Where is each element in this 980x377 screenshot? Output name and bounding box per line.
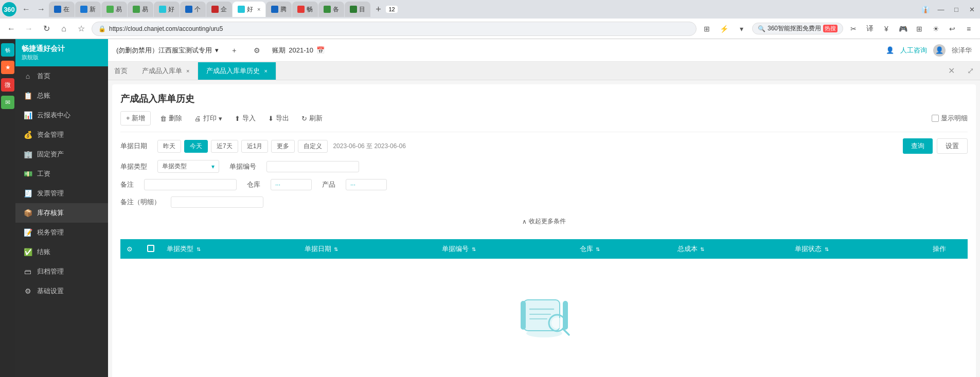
sub-tab-list-close-icon[interactable]: × xyxy=(186,68,189,74)
col-cost[interactable]: 总成本 ⇅ xyxy=(671,239,789,259)
sidebar-item-payroll[interactable]: 💵 工资 xyxy=(15,164,108,184)
date-btn-more[interactable]: 更多 xyxy=(271,140,295,153)
select-all-checkbox[interactable] xyxy=(147,245,154,252)
company-settings-button[interactable]: ⚙ xyxy=(250,43,264,58)
date-btn-week[interactable]: 近7天 xyxy=(211,140,238,153)
sidebar-item-ledger[interactable]: 📋 总账 xyxy=(15,86,108,105)
scissors-icon[interactable]: ✂ xyxy=(846,22,861,36)
forward-nav-button[interactable]: → xyxy=(22,22,36,36)
company-selector[interactable]: (勿删勿禁用）江西服宝测试专用 ▾ xyxy=(116,46,219,55)
product-filter-select[interactable]: ··· xyxy=(346,179,387,190)
refresh-button[interactable]: ↻ 刷新 xyxy=(298,112,326,125)
sub-tab-history[interactable]: 产成品入库单历史 × xyxy=(198,62,276,80)
close-button[interactable]: ✕ xyxy=(966,3,978,15)
type-filter-select[interactable]: 单据类型 ▾ xyxy=(157,160,219,173)
back-button[interactable]: ← xyxy=(19,2,33,16)
tab-yi2[interactable]: 易 xyxy=(128,2,153,17)
tab-hao1[interactable]: 好 xyxy=(154,2,180,17)
date-btn-yesterday[interactable]: 昨天 xyxy=(157,140,181,153)
url-bar[interactable]: 🔒 https://cloud.chanjet.com/accounting/u… xyxy=(92,22,697,36)
tab-ge2[interactable]: 各 xyxy=(318,2,344,17)
col-warehouse[interactable]: 仓库 ⇅ xyxy=(574,239,671,259)
sidebar-item-fixed[interactable]: 🏢 固定资产 xyxy=(15,145,108,164)
date-btn-month[interactable]: 近1月 xyxy=(241,140,269,153)
sidebar-item-invoice[interactable]: 🧾 发票管理 xyxy=(15,184,108,203)
warehouse-filter-select[interactable]: ··· xyxy=(271,179,312,190)
tab-mu[interactable]: 目 xyxy=(345,2,370,17)
note-filter-input[interactable] xyxy=(144,179,237,190)
app-icon-orange[interactable]: ★ xyxy=(1,61,14,74)
tab-zaizhi[interactable]: 在 xyxy=(49,2,75,17)
col-type[interactable]: 单据类型 ⇅ xyxy=(161,239,298,259)
export-button[interactable]: ⬇ 导出 xyxy=(265,112,292,125)
col-date[interactable]: 单据日期 ⇅ xyxy=(298,239,436,259)
more-icon[interactable]: ≡ xyxy=(961,22,976,36)
tab-teng[interactable]: 腾 xyxy=(266,2,292,17)
col-status[interactable]: 单据状态 ⇅ xyxy=(789,239,926,259)
sidebar-item-funds[interactable]: 💰 资金管理 xyxy=(15,125,108,145)
app-icon-weibo[interactable]: 微 xyxy=(1,78,14,92)
sub-tab-list[interactable]: 产成品入库单 × xyxy=(134,62,198,80)
date-btn-today[interactable]: 今天 xyxy=(184,140,208,153)
sidebar-item-settings[interactable]: ⚙ 基础设置 xyxy=(15,281,108,301)
show-columns-toggle[interactable]: 显示明细 xyxy=(932,114,968,123)
layout-icon[interactable]: ⊞ xyxy=(912,22,926,36)
panel-close-icon[interactable]: ✕ xyxy=(942,62,961,80)
sidebar-item-home[interactable]: ⌂ 首页 xyxy=(15,66,108,86)
sidebar-item-archive[interactable]: 🗃 归档管理 xyxy=(15,262,108,281)
delete-button[interactable]: 🗑 删除 xyxy=(157,112,185,125)
sidebar-item-reports[interactable]: 📊 云报表中心 xyxy=(15,105,108,125)
sidebar-item-checkout[interactable]: ✅ 结账 xyxy=(15,242,108,262)
tab-xin[interactable]: 新 xyxy=(75,2,101,17)
grid-icon[interactable]: ⊞ xyxy=(700,22,714,36)
forward-button[interactable]: → xyxy=(34,2,48,16)
translate-icon[interactable]: 译 xyxy=(863,22,877,36)
tab-hao2[interactable]: 好 × xyxy=(233,2,265,17)
maximize-button[interactable]: □ xyxy=(950,3,963,15)
search-bar[interactable]: 🔍 360智能抠图免费用 热搜 xyxy=(752,23,843,34)
import-button[interactable]: ⬆ 导入 xyxy=(231,112,259,125)
minimize-button[interactable]: — xyxy=(935,3,947,15)
show-columns-checkbox[interactable] xyxy=(932,115,939,122)
tab-yi1[interactable]: 易 xyxy=(101,2,127,17)
back-nav-button[interactable]: ← xyxy=(4,22,19,36)
bookmark-nav-button[interactable]: ☆ xyxy=(74,22,88,36)
calendar-icon[interactable]: 📅 xyxy=(316,46,325,54)
sidebar-item-inventory[interactable]: 📦 库存核算 xyxy=(15,203,108,223)
add-company-button[interactable]: + xyxy=(227,43,241,58)
new-button[interactable]: + 新增 xyxy=(120,111,151,125)
dropdown-icon[interactable]: ▾ xyxy=(735,22,749,36)
lightning-icon[interactable]: ⚡ xyxy=(717,22,732,36)
date-btn-custom[interactable]: 自定义 xyxy=(298,140,328,153)
note-detail-filter-input[interactable] xyxy=(171,196,263,208)
tab-chang[interactable]: 畅 xyxy=(292,2,318,17)
number-filter-input[interactable] xyxy=(266,161,359,172)
sub-tab-history-close-icon[interactable]: × xyxy=(264,68,267,74)
user-service-label[interactable]: 人工咨询 xyxy=(900,46,927,55)
tab-close-icon[interactable]: × xyxy=(257,6,260,12)
new-tab-button[interactable]: + xyxy=(371,2,385,16)
query-button[interactable]: 查询 xyxy=(903,138,933,154)
game-icon[interactable]: 🎮 xyxy=(896,22,910,36)
collapse-button[interactable]: ∧ 收起更多条件 xyxy=(120,214,968,229)
sidebar-item-tax[interactable]: 📝 税务管理 xyxy=(15,223,108,242)
col-number[interactable]: 单据编号 ⇅ xyxy=(436,239,574,259)
col-checkbox[interactable] xyxy=(141,239,161,259)
app-icon-changjie[interactable]: 畅 xyxy=(1,43,14,57)
theme-icon[interactable]: ☀ xyxy=(929,22,943,36)
panel-expand-icon[interactable]: ⤢ xyxy=(961,62,980,80)
app-icon-email[interactable]: ✉ xyxy=(1,96,14,109)
tab-qi[interactable]: 企 xyxy=(206,2,232,17)
settings-filter-button[interactable]: 设置 xyxy=(937,138,968,154)
breadcrumb-home[interactable]: 首页 xyxy=(108,62,134,80)
currency-icon[interactable]: ¥ xyxy=(879,22,894,36)
tab-count[interactable]: 12 xyxy=(386,6,397,13)
home-nav-button[interactable]: ⌂ xyxy=(57,22,71,36)
profile-icon[interactable]: 👔 xyxy=(919,3,932,15)
browser-logo[interactable]: 360 xyxy=(2,2,16,16)
undo-icon[interactable]: ↩ xyxy=(945,22,959,36)
tab-ge[interactable]: 个 xyxy=(180,2,206,17)
col-settings[interactable]: ⚙ xyxy=(120,239,141,259)
print-button[interactable]: 🖨 打印 ▾ xyxy=(191,112,225,125)
refresh-nav-button[interactable]: ↻ xyxy=(39,22,54,36)
